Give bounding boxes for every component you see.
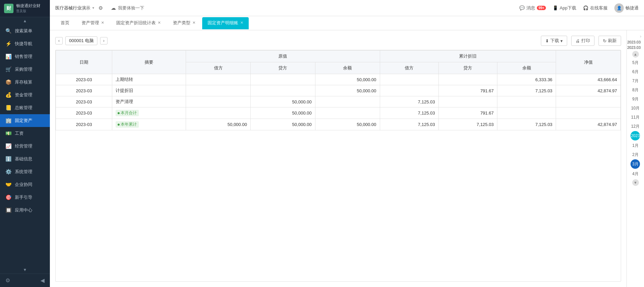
asset-navigator: ‹ 000001 电脑 ›	[55, 36, 108, 45]
settings-icon[interactable]: ⚙	[5, 277, 10, 284]
data-table-wrapper: 日期 摘要 原值 累计折旧 净值 借方 贷方 余额 借方 贷方 余额	[55, 50, 621, 282]
tab-asset-mgmt[interactable]: 资产管理 ✕	[76, 17, 110, 29]
month-item[interactable]: 2月	[630, 150, 641, 159]
cell-orig-balance: 50,000.00	[315, 119, 380, 130]
cell-net-value: 42,874.97	[556, 119, 621, 130]
sidebar-item-fund[interactable]: 💰 资金管理	[0, 89, 50, 101]
panel-scroll-up[interactable]: ▲	[632, 51, 639, 58]
sidebar-item-payroll[interactable]: 💵 工资	[0, 127, 50, 140]
main-panel: ‹ 000001 电脑 › ⬇ 下载 ▾ 🖨 打印 ↻	[50, 30, 626, 287]
close-icon[interactable]: ✕	[158, 21, 161, 25]
user-menu[interactable]: 👤 畅捷通	[614, 3, 639, 13]
cell-acc-credit	[438, 96, 497, 107]
sidebar-item-quick-nav[interactable]: ⚡ 快捷导航	[0, 37, 50, 50]
close-icon[interactable]: ✕	[240, 21, 243, 25]
cell-orig-credit: 50,000.00	[250, 119, 315, 130]
table-row[interactable]: 2023-03 本年累计 50,000.00 50,000.00 50,000.…	[56, 119, 621, 130]
sidebar-item-system[interactable]: ⚙️ 系统管理	[0, 165, 50, 178]
close-icon[interactable]: ✕	[192, 21, 195, 25]
sidebar-item-ledger[interactable]: 📒 总账管理	[0, 101, 50, 114]
cell-acc-balance	[497, 96, 556, 107]
asset-id-display: 000001 电脑	[65, 36, 97, 45]
content-area: ‹ 000001 电脑 › ⬇ 下载 ▾ 🖨 打印 ↻	[50, 30, 644, 287]
sidebar-item-guide[interactable]: 🎯 新手引导	[0, 191, 50, 204]
month-item[interactable]: 1月	[630, 141, 641, 150]
col-orig-balance: 余额	[315, 62, 380, 74]
settings-gear-icon[interactable]: ⚙	[98, 5, 103, 11]
sidebar-scroll-down[interactable]: ▼	[0, 266, 50, 274]
month-item[interactable]: 6月	[630, 67, 641, 76]
download-label: App下载	[560, 5, 576, 11]
prev-asset-button[interactable]: ‹	[55, 37, 63, 44]
sidebar-scroll-up[interactable]: ▲	[0, 17, 50, 25]
close-icon[interactable]: ✕	[101, 21, 104, 25]
tab-home[interactable]: 首页	[55, 17, 75, 29]
month-item[interactable]: 2023	[631, 131, 640, 140]
cell-acc-credit: 7,125.03	[438, 119, 497, 130]
table-row[interactable]: 2023-03 资产清理 50,000.00 7,125.03	[56, 96, 621, 107]
customer-service-button[interactable]: 🎧 在线客服	[583, 5, 608, 11]
project-selector[interactable]: 医疗器械行业演示 ▾	[55, 5, 94, 11]
message-label: 消息	[526, 5, 535, 11]
tab-asset-mgmt-label: 资产管理	[82, 20, 99, 26]
month-item[interactable]: 5月	[630, 58, 641, 67]
chevron-down-icon: ▾	[560, 38, 563, 43]
download-button[interactable]: ⬇ 下载 ▾	[541, 36, 567, 46]
toolbar-row: ‹ 000001 电脑 › ⬇ 下载 ▾ 🖨 打印 ↻	[55, 36, 621, 46]
cell-orig-debit	[186, 85, 251, 96]
sidebar-item-app-center[interactable]: 🔲 应用中心	[0, 204, 50, 217]
table-row[interactable]: 2023-03 上期结转 50,000.00 6,333.36 43,666.6…	[56, 74, 621, 85]
sidebar-item-basic-info[interactable]: ℹ️ 基础信息	[0, 153, 50, 165]
summary-tag: 本年累计	[116, 121, 139, 128]
sidebar-item-label: 资金管理	[15, 92, 32, 98]
sidebar-item-label: 应用中心	[15, 207, 32, 213]
sidebar-item-fixed-assets[interactable]: 🏢 固定资产	[0, 114, 50, 127]
cell-summary: 本月合计	[112, 107, 186, 119]
sidebar-item-label: 固定资产	[15, 118, 32, 124]
print-button[interactable]: 🖨 打印	[571, 36, 594, 46]
cell-net-value	[556, 96, 621, 107]
collapse-icon[interactable]: ◀	[40, 277, 44, 284]
table-row[interactable]: 2023-03 本月合计 50,000.00 7,125.03 791.67	[56, 107, 621, 119]
next-asset-button[interactable]: ›	[100, 37, 108, 44]
sidebar-item-operation[interactable]: 📈 经营管理	[0, 140, 50, 153]
tab-asset-ledger[interactable]: 固定资产明细账 ✕	[202, 17, 249, 29]
tab-asset-type[interactable]: 资产类型 ✕	[167, 17, 201, 29]
month-item[interactable]: 10月	[630, 104, 641, 113]
sidebar-item-purchase[interactable]: 🛒 采购管理	[0, 63, 50, 76]
sidebar-header-info: 畅捷通好业财 普及版	[16, 3, 40, 13]
cell-summary: 资产清理	[112, 96, 186, 107]
cell-acc-balance: 6,333.36	[497, 74, 556, 85]
sidebar-item-inventory[interactable]: 📦 库存核算	[0, 76, 50, 89]
month-item[interactable]: 4月	[630, 169, 641, 179]
app-download-button[interactable]: 📱 App下载	[553, 5, 576, 11]
sidebar-item-label: 工资	[15, 130, 24, 136]
panel-collapse-icon[interactable]: ›	[640, 34, 641, 39]
col-accumulated-dep: 累计折旧	[380, 51, 556, 62]
table-row[interactable]: 2023-03 计提折旧 50,000.00 791.67 7,125.03 4…	[56, 85, 621, 96]
cell-orig-debit	[186, 107, 251, 119]
panel-date-top: 2023.03	[626, 39, 643, 45]
cell-orig-balance: 50,000.00	[315, 85, 380, 96]
tab-depreciation-table[interactable]: 固定资产折旧统计表 ✕	[111, 17, 166, 29]
message-button[interactable]: 💬 消息 99+	[519, 5, 546, 11]
month-item[interactable]: 11月	[630, 113, 641, 122]
cell-orig-credit: 50,000.00	[250, 96, 315, 107]
sidebar-item-sales[interactable]: 📊 销售管理	[0, 50, 50, 63]
refresh-button[interactable]: ↻ 刷新	[599, 36, 621, 46]
tab-asset-type-label: 资产类型	[173, 20, 190, 26]
cell-net-value	[556, 107, 621, 119]
month-item[interactable]: 7月	[630, 76, 641, 86]
experience-button[interactable]: ☁ 我要体验一下	[111, 5, 144, 11]
sidebar-item-search[interactable]: 🔍 搜索菜单	[0, 25, 50, 37]
sidebar-item-label: 基础信息	[15, 156, 32, 162]
cloud-icon: ☁	[111, 5, 116, 11]
month-item[interactable]: 3月	[631, 159, 640, 169]
month-item[interactable]: 8月	[630, 86, 641, 95]
panel-scroll-down[interactable]: ▼	[632, 179, 639, 186]
sidebar-item-enterprise[interactable]: 🤝 企业协同	[0, 178, 50, 191]
sidebar-item-label: 系统管理	[15, 169, 32, 175]
month-item[interactable]: 12月	[630, 122, 641, 131]
user-name: 畅捷通	[625, 5, 639, 11]
month-item[interactable]: 9月	[630, 95, 641, 104]
